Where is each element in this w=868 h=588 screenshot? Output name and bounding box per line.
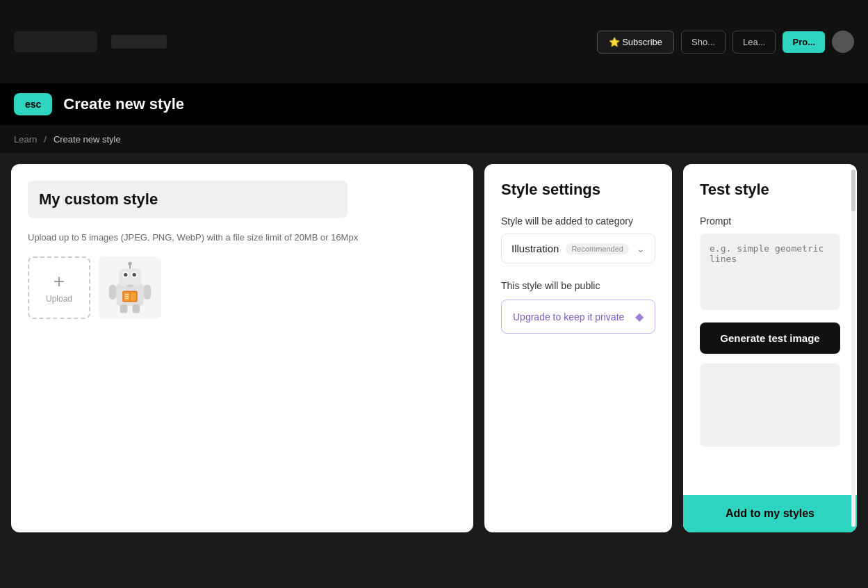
scrollbar-track[interactable] [851,170,855,527]
svg-point-7 [128,262,131,266]
svg-point-4 [124,273,127,277]
panel-middle: Style settings Style will be added to ca… [484,164,672,532]
plus-icon: + [54,272,65,291]
learn-sublabel: Create new style [54,134,121,145]
diamond-icon: ◆ [635,310,644,323]
nav-btn-3[interactable]: Pro... [783,31,825,53]
style-name-input[interactable] [28,181,347,218]
test-style-title: Test style [700,181,840,199]
svg-rect-1 [119,268,141,286]
subscribe-button[interactable]: ⭐ Subscribe [597,31,674,54]
chevron-down-icon: ⌄ [637,243,645,254]
main-content: Upload up to 5 images (JPEG, PNG, WebP) … [0,153,868,544]
svg-point-5 [133,273,136,277]
nav-btn-2[interactable]: Lea... [732,31,776,54]
divider-2 [678,164,683,532]
learn-separator: / [44,134,47,145]
svg-rect-12 [133,304,140,313]
prompt-label: Prompt [700,215,840,227]
page-title: Create new style [63,95,184,113]
upload-label: Upload [46,294,72,304]
category-name: Illustration [511,243,559,254]
upgrade-private-button[interactable]: Upgrade to keep it private ◆ [501,300,655,334]
images-row: + Upload [28,256,457,319]
category-label: Style will be added to category [501,215,655,227]
learn-bar: Learn / Create new style [0,125,868,153]
panel-right-scrollable: Test style Prompt Generate test image [683,164,857,495]
svg-rect-9 [109,285,117,300]
svg-rect-10 [144,285,152,300]
panel-right: Test style Prompt Generate test image Ad… [683,164,857,532]
robot-image [99,256,161,319]
style-settings-title: Style settings [501,181,655,199]
add-to-styles-footer[interactable]: Add to my styles [683,495,857,532]
recommended-badge: Recommended [566,243,629,254]
svg-rect-8 [127,285,133,288]
upload-box[interactable]: + Upload [28,256,90,319]
svg-rect-11 [120,304,128,313]
upgrade-button-label: Upgrade to keep it private [513,311,624,322]
panel-left: Upload up to 5 images (JPEG, PNG, WebP) … [11,164,473,532]
generated-image-placeholder [700,364,840,447]
visibility-label: This style will be public [501,280,655,291]
scrollbar-thumb[interactable] [851,170,855,211]
learn-label: Learn [14,134,37,145]
add-to-styles-label: Add to my styles [726,507,814,519]
upload-hint: Upload up to 5 images (JPEG, PNG, WebP) … [28,232,457,243]
divider-1 [479,164,484,532]
esc-button[interactable]: esc [14,93,52,115]
generate-test-image-button[interactable]: Generate test image [700,322,840,354]
category-dropdown[interactable]: Illustration Recommended ⌄ [501,234,655,263]
nav-btn-1[interactable]: Sho... [681,31,726,54]
prompt-textarea[interactable] [700,234,840,310]
robot-svg [102,260,158,316]
top-bar: ⭐ Subscribe Sho... Lea... Pro... [0,0,868,83]
header-bar: esc Create new style [0,83,868,125]
